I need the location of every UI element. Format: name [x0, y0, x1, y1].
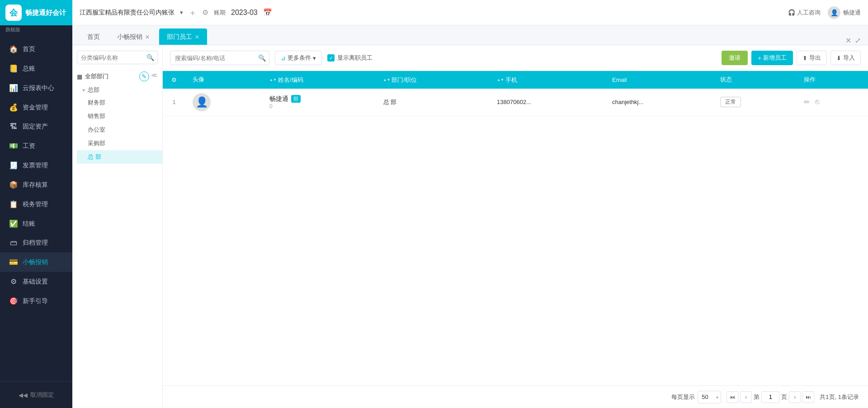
- sidebar-item-archive[interactable]: 🗃 归档管理: [0, 233, 72, 252]
- last-page-button[interactable]: ⏭: [802, 391, 814, 403]
- sidebar-item-expense[interactable]: 💳 小畅报销: [0, 252, 72, 272]
- settings-col-icon[interactable]: ⚙: [171, 76, 177, 83]
- employee-search-wrap: 🔍: [170, 51, 269, 65]
- dept-item-office[interactable]: 办公室: [77, 123, 162, 137]
- sidebar-item-tax-mgmt[interactable]: 📋 税务管理: [0, 195, 72, 214]
- new-employee-button[interactable]: + 新增员工: [751, 51, 793, 65]
- show-resigned-checkbox: ✓: [327, 54, 335, 62]
- th-mobile-sort[interactable]: ▲▼ 手机: [497, 76, 517, 84]
- sidebar-item-label: 新手引导: [23, 297, 48, 305]
- tab-dept-staff-close[interactable]: ✕: [195, 34, 199, 40]
- sidebar-item-label: 工资: [23, 142, 35, 150]
- logo-edition: 旗舰版: [0, 25, 72, 36]
- logo-icon: 会: [5, 5, 22, 21]
- employee-search-icon: 🔍: [258, 54, 266, 62]
- dept-item-general[interactable]: 总 部: [77, 150, 162, 164]
- logout-button[interactable]: ⎋: [815, 98, 820, 106]
- dept-add-button[interactable]: ✎: [139, 71, 149, 81]
- sidebar-item-checkout[interactable]: ✅ 结账: [0, 214, 72, 233]
- avatar: 👤: [828, 6, 840, 19]
- chevron-down-icon: ▾: [313, 55, 316, 62]
- th-actions-label: 操作: [804, 76, 816, 83]
- employee-search-input[interactable]: [170, 51, 269, 65]
- table-row: 1 👤 畅捷通 部 0 总 部: [163, 89, 868, 116]
- dept-badge: 部: [291, 95, 301, 103]
- export-label: 导出: [809, 54, 821, 62]
- import-button[interactable]: ⬇ 导入: [830, 51, 861, 65]
- tab-expense-label: 小畅报销: [117, 33, 142, 41]
- company-dropdown-icon[interactable]: ▾: [180, 9, 183, 16]
- archive-icon: 🗃: [9, 239, 18, 247]
- show-resigned-label: 显示离职员工: [337, 54, 373, 62]
- content-area: 🔍 ▦ 全部部门 ✎ ≪ ▼ 总部 财务部 销售部 办公室: [72, 45, 868, 408]
- calendar-icon[interactable]: 📅: [263, 8, 272, 17]
- per-page-dropdown[interactable]: 50 10 20 100: [698, 391, 721, 403]
- export-button[interactable]: ⬆ 导出: [797, 51, 827, 65]
- sidebar-item-label: 结账: [23, 220, 35, 228]
- action-buttons: ✏ ⎋: [804, 98, 861, 106]
- prev-page-button[interactable]: ‹: [740, 391, 752, 403]
- sidebar-item-inventory[interactable]: 📦 库存核算: [0, 175, 72, 195]
- dept-collapse-btn[interactable]: ≪: [151, 71, 158, 81]
- th-status: 状态: [713, 71, 796, 89]
- sidebar-item-reports[interactable]: 📊 云报表中心: [0, 78, 72, 98]
- sidebar-item-invoice-mgmt[interactable]: 🧾 发票管理: [0, 156, 72, 175]
- filter-btn-label: 更多条件: [288, 54, 311, 62]
- topbar-settings-icon[interactable]: ⚙: [202, 8, 208, 17]
- sidebar-item-ledger[interactable]: 📒 总账: [0, 59, 72, 78]
- sidebar-item-payroll[interactable]: 💵 工资: [0, 136, 72, 156]
- headset-icon: 🎧: [788, 9, 795, 16]
- sidebar-item-assets-mgmt[interactable]: 💰 资金管理: [0, 98, 72, 117]
- company-name: 江西服宝精品有限责任公司内账张: [80, 9, 175, 17]
- page-input[interactable]: [761, 391, 779, 403]
- tab-expense[interactable]: 小畅报销 ✕: [109, 28, 157, 45]
- add-company-button[interactable]: ＋: [189, 7, 197, 18]
- dept-item-sales[interactable]: 销售部: [77, 109, 162, 123]
- show-resigned-toggle[interactable]: ✓ 显示离职员工: [327, 54, 373, 62]
- th-name-code-sort[interactable]: ▲▼ 姓名/编码: [269, 76, 303, 84]
- import-label: 导入: [843, 54, 855, 62]
- more-filter-button[interactable]: ⊿ 更多条件 ▾: [275, 51, 322, 65]
- dept-actions: ✎ ≪: [139, 71, 158, 81]
- table-header-row: ⚙ 头像 ▲▼ 姓名/编码: [163, 71, 868, 89]
- support-button[interactable]: 🎧 人工咨询: [788, 9, 821, 17]
- dept-search-input[interactable]: [77, 51, 158, 64]
- row-dept-pos: 总 部: [376, 89, 490, 116]
- sidebar-item-label: 固定资产: [23, 123, 48, 131]
- th-avatar: 头像: [185, 71, 262, 89]
- sidebar-item-label: 库存核算: [23, 181, 48, 189]
- th-settings: ⚙: [163, 71, 185, 89]
- user-name: 畅捷通: [843, 9, 861, 17]
- page-label: 第: [754, 393, 760, 401]
- tab-expense-close[interactable]: ✕: [145, 34, 150, 40]
- next-page-button[interactable]: ›: [789, 391, 801, 403]
- dept-item-purchase[interactable]: 采购部: [77, 137, 162, 150]
- tab-dept-staff[interactable]: 部门员工 ✕: [159, 28, 207, 45]
- first-page-button[interactable]: ⏮: [726, 391, 738, 403]
- logo-title: 畅捷通好会计: [25, 9, 66, 17]
- status-badge: 正常: [720, 97, 741, 107]
- expense-icon: 💳: [9, 258, 18, 266]
- import-icon: ⬇: [836, 55, 841, 62]
- dept-group-header: ▼ 总部: [77, 84, 162, 96]
- invite-button[interactable]: 邀请: [722, 51, 748, 65]
- cancel-pin-button[interactable]: ◀◀ 取消固定: [0, 387, 72, 403]
- sidebar-item-fixed-assets[interactable]: 🏗 固定资产: [0, 117, 72, 136]
- sidebar-item-guide[interactable]: 🎯 新手引导: [0, 291, 72, 311]
- user-menu[interactable]: 👤 畅捷通: [828, 6, 861, 19]
- edit-button[interactable]: ✏: [804, 98, 810, 106]
- th-dept-pos-sort[interactable]: ▲▼ 部门/职位: [383, 76, 417, 84]
- sidebar-item-settings[interactable]: ⚙ 基础设置: [0, 272, 72, 291]
- sidebar-item-label: 税务管理: [23, 200, 48, 209]
- dept-search-wrap: 🔍: [77, 51, 158, 64]
- tab-close-btn[interactable]: ✕: [845, 36, 851, 45]
- tab-home[interactable]: 首页: [80, 28, 108, 45]
- sidebar-item-home[interactable]: 🏠 首页: [0, 39, 72, 59]
- per-page-wrapper: 50 10 20 100 ▾: [698, 391, 721, 403]
- tabs-bar: 首页 小畅报销 ✕ 部门员工 ✕ ✕ ⤢: [72, 25, 868, 45]
- employee-name-text: 畅捷通: [269, 95, 288, 103]
- all-departments-btn[interactable]: ▦ 全部部门: [77, 72, 108, 81]
- dept-item-finance[interactable]: 财务部: [77, 96, 162, 109]
- home-icon: 🏠: [9, 45, 18, 53]
- tab-expand-btn[interactable]: ⤢: [855, 36, 861, 45]
